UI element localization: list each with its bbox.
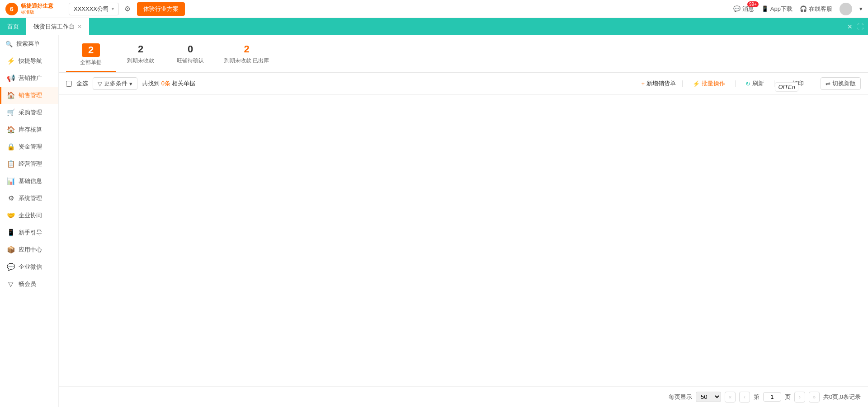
sidebar-item-quick-nav[interactable]: ⚡ 快捷导航 [0, 52, 58, 70]
sidebar-item-apps[interactable]: 📦 应用中心 [0, 241, 58, 258]
tab-bar-right: ✕ ⛶ [847, 23, 868, 30]
tab-minimize-icon[interactable]: ✕ [847, 23, 853, 30]
last-page-button[interactable]: » [809, 392, 820, 402]
sidebar-search[interactable]: 🔍 搜索菜单 [0, 35, 58, 52]
app-download-btn[interactable]: 📱 App下载 [761, 5, 793, 13]
found-text: 共找到 0条 相关单据 [142, 80, 195, 88]
sales-icon: 🏠 [7, 91, 15, 99]
sidebar-item-label: 采购管理 [19, 108, 42, 117]
refresh-button[interactable]: ↻ 刷新 [742, 78, 768, 89]
switch-new-button[interactable]: ⇌ 切换新版 [821, 77, 861, 90]
batch-op-label: 批量操作 [702, 80, 725, 88]
content-area: 2 全部单据 2 到期未收款 0 旺铺待确认 2 到期未收款 已出库 全选 ▽ … [59, 35, 868, 407]
page-size-label: 每页显示 [669, 393, 692, 401]
message-btn[interactable]: 💬 消息 99+ [733, 5, 754, 13]
new-sale-label: 新增销货单 [646, 80, 676, 88]
divider [682, 80, 683, 87]
online-service-btn[interactable]: 🎧 在线客服 [800, 5, 832, 13]
sidebar-item-guide[interactable]: 📱 新手引导 [0, 224, 58, 241]
select-all-checkbox[interactable] [66, 81, 72, 87]
tab-close-icon[interactable]: ✕ [77, 23, 82, 30]
stat-tab-overdue-unshipped[interactable]: 2 到期未收款 已出库 [215, 40, 278, 72]
sidebar-item-system[interactable]: ⚙ 系统管理 [0, 190, 58, 207]
sidebar-item-inventory[interactable]: 🏠 库存核算 [0, 121, 58, 138]
experience-button[interactable]: 体验行业方案 [137, 2, 185, 16]
sidebar: 🔍 搜索菜单 ⚡ 快捷导航 📢 营销推广 🏠 销售管理 🛒 采购管理 🏠 库存核… [0, 35, 59, 407]
message-badge: 99+ [747, 1, 759, 7]
inventory-icon: 🏠 [7, 126, 15, 134]
switch-icon: ⇌ [826, 80, 830, 87]
stat-label-all: 全部单据 [80, 59, 102, 66]
sidebar-item-basic[interactable]: 📊 基础信息 [0, 173, 58, 190]
new-sale-button[interactable]: + 新增销货单 [641, 80, 676, 88]
apps-icon: 📦 [7, 246, 15, 254]
prev-page-button[interactable]: ‹ [739, 392, 750, 402]
sidebar-item-operations[interactable]: 📋 经营管理 [0, 155, 58, 173]
search-icon: 🔍 [5, 41, 13, 47]
switch-label: 切换新版 [832, 80, 856, 88]
message-icon: 💬 [733, 5, 741, 12]
tab-home-label: 首页 [7, 23, 19, 31]
filter-icon: ▽ [98, 80, 102, 87]
logo-text-area: 畅捷通好生意 标准版 [21, 3, 53, 14]
tab-work[interactable]: 钱货日清工作台 ✕ [26, 18, 89, 35]
stat-tab-wangpu[interactable]: 0 旺铺待确认 [165, 40, 215, 72]
next-page-button[interactable]: › [794, 392, 805, 402]
basic-icon: 📊 [7, 177, 15, 185]
page-suffix: 页 [785, 393, 791, 401]
company-selector[interactable]: XXXXXX公司 ▾ [69, 3, 119, 15]
stat-tab-overdue-unpaid[interactable]: 2 到期未收款 [116, 40, 165, 72]
page-input[interactable] [763, 392, 781, 402]
logo-subtitle: 标准版 [21, 9, 53, 15]
sidebar-item-wechat[interactable]: 💬 企业微信 [0, 258, 58, 276]
page-size-select[interactable]: 50 100 200 [696, 392, 721, 402]
divider2 [735, 80, 736, 87]
sidebar-item-cooperation[interactable]: 🤝 企业协同 [0, 207, 58, 224]
wechat-icon: 💬 [7, 263, 15, 271]
plus-icon: + [641, 80, 645, 87]
pagination-bar: 每页显示 50 100 200 « ‹ 第 页 › » 共0页,0条记录 [59, 386, 868, 407]
system-icon: ⚙ [7, 194, 15, 202]
filter-button[interactable]: ▽ 更多条件 ▾ [93, 77, 137, 90]
search-label: 搜索菜单 [16, 40, 40, 48]
tab-bar: 首页 钱货日清工作台 ✕ ✕ ⛶ [0, 18, 868, 35]
avatar[interactable] [840, 3, 852, 15]
tab-home[interactable]: 首页 [0, 18, 26, 35]
sidebar-item-finance[interactable]: 🔒 资金管理 [0, 138, 58, 155]
page-prefix: 第 [754, 393, 760, 401]
online-service-label: 在线客服 [809, 5, 832, 13]
stat-count-wangpu: 0 [188, 43, 193, 55]
member-icon: ▽ [7, 280, 15, 288]
sidebar-item-purchase[interactable]: 🛒 采购管理 [0, 104, 58, 121]
sidebar-item-label: 快捷导航 [19, 57, 42, 65]
main-layout: 🔍 搜索菜单 ⚡ 快捷导航 📢 营销推广 🏠 销售管理 🛒 采购管理 🏠 库存核… [0, 35, 868, 407]
stat-tab-all[interactable]: 2 全部单据 [66, 40, 116, 72]
sidebar-item-sales[interactable]: 🏠 销售管理 [0, 87, 58, 104]
logo-title: 畅捷通好生意 [21, 3, 53, 9]
chevron-down-icon: ▾ [112, 6, 114, 11]
refresh-label: 刷新 [752, 80, 764, 88]
quick-nav-icon: ⚡ [7, 57, 15, 65]
tab-expand-icon[interactable]: ⛶ [857, 23, 863, 30]
sidebar-item-label: 应用中心 [19, 246, 42, 254]
sidebar-item-member[interactable]: ▽ 畅会员 [0, 276, 58, 293]
sidebar-item-label: 库存核算 [19, 126, 42, 134]
first-page-button[interactable]: « [725, 392, 736, 402]
guide-icon: 📱 [7, 229, 15, 237]
sidebar-item-label: 营销推广 [19, 74, 42, 82]
sidebar-item-label: 企业协同 [19, 211, 42, 220]
logo-area: 6 畅捷通好生意 标准版 [5, 3, 64, 15]
often-badge: OfTEn [775, 82, 798, 92]
found-count: 0条 [161, 80, 170, 87]
table-area [59, 95, 868, 386]
user-menu[interactable]: ▾ [859, 5, 863, 12]
stat-label-overdue-unshipped: 到期未收款 已出库 [224, 57, 269, 65]
settings-icon[interactable]: ⚙ [123, 3, 132, 15]
sidebar-item-marketing[interactable]: 📢 营销推广 [0, 70, 58, 87]
header-right: 💬 消息 99+ 📱 App下载 🎧 在线客服 ▾ [733, 3, 863, 15]
stat-label-overdue-unpaid: 到期未收款 [127, 57, 154, 65]
company-name: XXXXXX公司 [74, 5, 109, 13]
batch-op-button[interactable]: ⚡ 批量操作 [689, 78, 729, 89]
divider3 [774, 80, 774, 87]
sidebar-item-label: 资金管理 [19, 143, 42, 151]
